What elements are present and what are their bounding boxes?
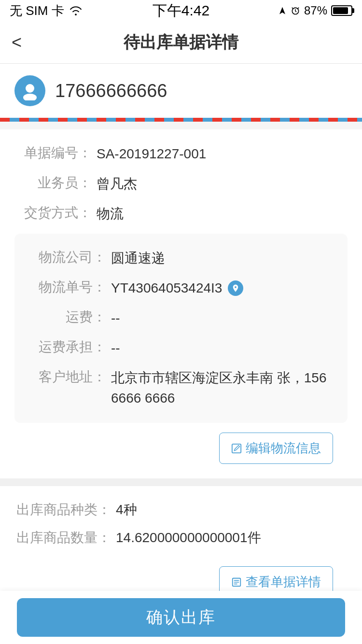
nav-bar: < 待出库单据详情 <box>0 21 362 64</box>
person-icon <box>20 81 40 100</box>
salesman-label: 业务员： <box>14 174 92 192</box>
order-no-label: 单据编号： <box>14 144 92 162</box>
page-title: 待出库单据详情 <box>124 31 238 54</box>
customer-phone: 17666666666 <box>55 81 167 101</box>
confirm-button[interactable]: 确认出库 <box>17 598 345 637</box>
goods-types-row: 出库商品种类： 4种 <box>14 501 348 519</box>
goods-quantity-value: 14.620000000000001件 <box>116 529 261 547</box>
goods-types-label: 出库商品种类： <box>14 501 111 519</box>
status-left: 无 SIM 卡 <box>10 2 83 19</box>
document-list-icon <box>231 577 242 588</box>
tracking-row: 物流单号： YT43064053424I3 <box>29 278 333 298</box>
battery-icon <box>331 5 352 16</box>
freight-row: 运费： -- <box>29 308 333 328</box>
tracking-location-icon[interactable] <box>228 280 243 296</box>
order-no-value: SA-20191227-001 <box>97 144 348 164</box>
edit-logistics-container: 编辑物流信息 <box>14 423 348 464</box>
customer-header: 17666666666 <box>0 64 362 118</box>
freight-bear-value: -- <box>111 338 333 358</box>
logistics-company-row: 物流公司： 圆通速递 <box>29 248 333 268</box>
address-row: 客户地址： 北京市市辖区海淀区永丰南 张，156 6666 6666 <box>29 368 333 408</box>
battery-percent: 87% <box>304 4 327 17</box>
tracking-label: 物流单号： <box>29 278 106 296</box>
wifi-icon <box>69 6 83 15</box>
address-label: 客户地址： <box>29 368 106 386</box>
map-pin-icon <box>231 284 240 293</box>
svg-rect-3 <box>232 444 241 452</box>
battery-fill <box>333 7 348 14</box>
avatar <box>14 75 45 106</box>
delivery-row: 交货方式： 物流 <box>14 204 348 224</box>
section-divider <box>0 478 362 486</box>
logistics-company-value: 圆通速递 <box>111 248 333 268</box>
view-detail-label: 查看单据详情 <box>246 574 321 590</box>
location-arrow-icon <box>278 6 287 15</box>
svg-point-1 <box>26 84 34 93</box>
alarm-icon <box>291 6 300 15</box>
goods-quantity-row: 出库商品数量： 14.620000000000001件 <box>14 529 348 547</box>
status-bar: 无 SIM 卡 下午4:42 87% <box>0 0 362 21</box>
order-no-row: 单据编号： SA-20191227-001 <box>14 144 348 164</box>
carrier-text: 无 SIM 卡 <box>10 2 64 19</box>
freight-bear-label: 运费承担： <box>29 338 106 356</box>
status-time: 下午4:42 <box>153 1 209 21</box>
status-right: 87% <box>278 4 352 17</box>
logistics-card: 物流公司： 圆通速递 物流单号： YT43064053424I3 运费： -- <box>14 234 348 423</box>
salesman-row: 业务员： 曾凡杰 <box>14 174 348 194</box>
freight-value: -- <box>111 308 333 328</box>
goods-quantity-label: 出库商品数量： <box>14 529 111 547</box>
freight-label: 运费： <box>29 308 106 326</box>
salesman-value: 曾凡杰 <box>97 174 348 194</box>
tracking-value: YT43064053424I3 <box>111 278 333 298</box>
delivery-value: 物流 <box>97 204 348 224</box>
bottom-action: 确认出库 <box>0 591 362 644</box>
logistics-company-label: 物流公司： <box>29 248 106 266</box>
goods-types-value: 4种 <box>116 501 137 519</box>
edit-logistics-button[interactable]: 编辑物流信息 <box>219 433 333 464</box>
address-value: 北京市市辖区海淀区永丰南 张，156 6666 6666 <box>111 368 333 408</box>
delivery-label: 交货方式： <box>14 204 92 222</box>
dashed-separator <box>0 118 362 122</box>
freight-bear-row: 运费承担： -- <box>29 338 333 358</box>
content: 17666666666 单据编号： SA-20191227-001 业务员： 曾… <box>0 64 362 644</box>
edit-logistics-label: 编辑物流信息 <box>246 440 321 457</box>
svg-point-2 <box>23 94 37 100</box>
order-info-section: 单据编号： SA-20191227-001 业务员： 曾凡杰 交货方式： 物流 … <box>0 129 362 478</box>
edit-icon <box>231 443 242 454</box>
back-button[interactable]: < <box>12 32 22 53</box>
